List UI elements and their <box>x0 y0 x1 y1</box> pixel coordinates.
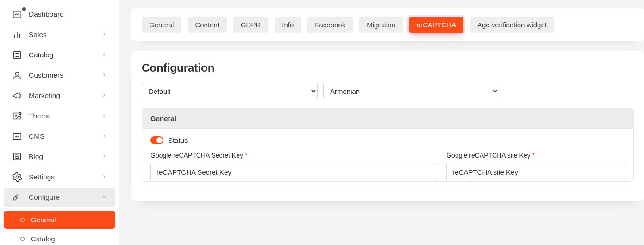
field-label-text: Google reCAPTCHA site Key <box>446 152 530 159</box>
bullet-icon <box>20 237 25 241</box>
chevron-right-icon <box>101 153 107 161</box>
cms-icon <box>12 131 22 141</box>
sidebar-subitem-label: Catalog <box>31 235 55 243</box>
tab-gdpr[interactable]: GDPR <box>233 17 268 33</box>
marketing-icon <box>12 91 22 101</box>
field-site-key: Google reCAPTCHA site Key * <box>446 152 625 181</box>
chevron-right-icon <box>101 112 107 120</box>
sidebar-item-label: Catalog <box>29 51 53 59</box>
sidebar-item-label: CMS <box>29 132 44 141</box>
field-label: Google reCAPTCHA site Key * <box>446 152 625 159</box>
sidebar-subitem-catalog[interactable]: Catalog <box>4 230 115 245</box>
chevron-right-icon <box>101 173 107 181</box>
sidebar-item-cms[interactable]: CMS <box>4 127 115 146</box>
chevron-right-icon <box>101 71 107 80</box>
sidebar-item-settings[interactable]: Settings <box>4 167 115 187</box>
dashboard-icon <box>12 9 22 19</box>
sidebar-item-label: Blog <box>29 153 43 161</box>
tab-info[interactable]: Info <box>275 17 301 33</box>
sidebar-item-marketing[interactable]: Marketing <box>4 86 115 105</box>
sidebar-item-theme[interactable]: Theme <box>4 106 115 126</box>
tab-age-verification[interactable]: Age verification widget <box>470 17 554 33</box>
sidebar-item-dashboard[interactable]: Dashboard <box>4 5 115 24</box>
tab-recaptcha[interactable]: reCAPTCHA <box>409 17 463 33</box>
sidebar-item-label: Theme <box>29 112 51 120</box>
required-asterisk: * <box>245 152 247 159</box>
sidebar-item-catalog[interactable]: Catalog <box>4 45 115 65</box>
language-select[interactable]: Armenian <box>323 83 499 99</box>
fields-row: Google reCAPTCHA Secret Key * Google reC… <box>150 152 625 181</box>
sidebar-subnav-configure: General Catalog <box>0 208 119 245</box>
customers-icon <box>12 70 22 80</box>
site-key-input[interactable] <box>446 163 625 181</box>
chevron-down-icon <box>101 193 107 202</box>
svg-rect-12 <box>13 134 21 140</box>
required-asterisk: * <box>532 152 534 159</box>
sidebar-item-label: Marketing <box>29 92 60 100</box>
tabs-card: General Content GDPR Info Facebook Migra… <box>131 8 644 41</box>
catalog-icon <box>12 50 22 60</box>
configuration-card: Configuration Default Armenian General S… <box>131 51 644 201</box>
chevron-right-icon <box>101 51 107 59</box>
scope-select[interactable]: Default <box>142 83 318 99</box>
status-toggle[interactable] <box>150 136 163 144</box>
sidebar-item-sales[interactable]: Sales <box>4 25 115 44</box>
field-secret-key: Google reCAPTCHA Secret Key * <box>150 152 436 181</box>
sidebar-item-configure[interactable]: Configure <box>4 188 115 207</box>
tab-migration[interactable]: Migration <box>359 17 403 33</box>
sidebar-item-label: Configure <box>29 193 60 202</box>
notification-dot <box>22 7 26 11</box>
section-title: General <box>142 108 633 129</box>
sidebar-item-label: Settings <box>29 173 55 181</box>
chevron-right-icon <box>101 132 107 141</box>
sidebar-item-label: Customers <box>29 71 63 80</box>
field-label-text: Google reCAPTCHA Secret Key <box>150 152 243 159</box>
section-body: Status Google reCAPTCHA Secret Key * Goo… <box>142 129 633 181</box>
chevron-right-icon <box>101 92 107 100</box>
svg-point-8 <box>15 72 19 75</box>
theme-icon <box>12 111 22 121</box>
tab-facebook[interactable]: Facebook <box>307 17 353 33</box>
blog-icon <box>12 152 22 162</box>
sidebar-item-blog[interactable]: Blog <box>4 147 115 166</box>
field-label: Google reCAPTCHA Secret Key * <box>150 152 436 159</box>
sidebar: Dashboard Sales Catalog Customers <box>0 0 119 245</box>
sidebar-subitem-general[interactable]: General <box>4 211 115 229</box>
section-general: General Status Google reCAPTCHA Secret K… <box>142 108 634 182</box>
page-title: Configuration <box>142 61 634 74</box>
sales-icon <box>12 30 22 40</box>
secret-key-input[interactable] <box>150 163 436 181</box>
tab-content[interactable]: Content <box>188 17 227 33</box>
configure-icon <box>12 192 22 202</box>
svg-point-10 <box>15 115 17 116</box>
sidebar-item-label: Dashboard <box>29 10 64 18</box>
sidebar-item-customers[interactable]: Customers <box>4 66 115 85</box>
status-row: Status <box>150 136 625 144</box>
settings-icon <box>12 172 22 182</box>
main-content: General Content GDPR Info Facebook Migra… <box>119 0 644 245</box>
sidebar-subitem-label: General <box>31 216 56 224</box>
chevron-right-icon <box>101 31 107 39</box>
bullet-icon <box>20 218 25 222</box>
svg-point-15 <box>16 176 19 178</box>
svg-point-11 <box>19 112 21 115</box>
tab-general[interactable]: General <box>142 17 181 33</box>
status-label: Status <box>168 136 188 144</box>
config-selects: Default Armenian <box>142 83 634 99</box>
sidebar-item-label: Sales <box>29 31 47 39</box>
